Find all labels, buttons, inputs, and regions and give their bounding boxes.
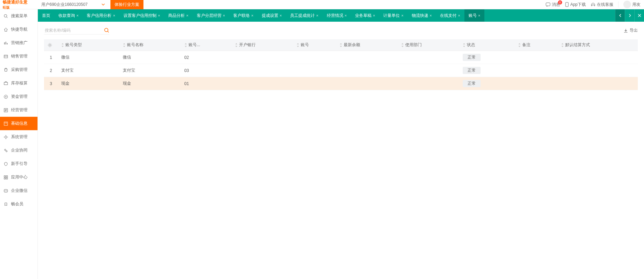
tab-14[interactable]: 账号× bbox=[464, 9, 484, 22]
close-icon[interactable]: × bbox=[316, 13, 318, 18]
sidebar-item-11[interactable]: 新手引导 bbox=[0, 157, 37, 170]
sidebar-item-10[interactable]: 企业协同 bbox=[0, 144, 37, 157]
sidebar-item-0[interactable]: 搜索菜单 bbox=[0, 9, 37, 23]
sidebar-item-3[interactable]: 销售管理 bbox=[0, 50, 37, 63]
tab-0[interactable]: 首页 bbox=[38, 9, 54, 22]
tab-label: 客户联络 bbox=[233, 13, 250, 19]
sort-icon[interactable] bbox=[561, 43, 564, 47]
status-badge: 正常 bbox=[463, 67, 481, 74]
cell-balance bbox=[336, 51, 398, 64]
search-icon[interactable] bbox=[104, 28, 109, 33]
sidebar-item-6[interactable]: 资金管理 bbox=[0, 90, 37, 103]
sidebar-item-8[interactable]: 基础信息 bbox=[0, 117, 37, 130]
tab-10[interactable]: 业务草稿× bbox=[351, 9, 379, 22]
sidebar-item-14[interactable]: 畅会员 bbox=[0, 197, 37, 211]
tab-7[interactable]: 提成设置× bbox=[258, 9, 286, 22]
tab-prev-button[interactable] bbox=[615, 9, 625, 22]
cell-bank bbox=[232, 51, 293, 64]
tab-close-all-button[interactable] bbox=[634, 9, 644, 22]
sort-icon[interactable] bbox=[235, 43, 238, 47]
col-header-8[interactable]: 备注 bbox=[515, 39, 558, 51]
close-icon[interactable]: × bbox=[76, 13, 78, 18]
tab-9[interactable]: 经营情况× bbox=[323, 9, 351, 22]
close-icon[interactable]: × bbox=[401, 13, 403, 18]
col-header-3[interactable]: 开户银行 bbox=[232, 39, 293, 51]
cell-settle bbox=[558, 77, 638, 90]
sidebar-item-2[interactable]: 营销推广 bbox=[0, 36, 37, 50]
sidebar-icon bbox=[3, 54, 8, 59]
sidebar-item-5[interactable]: 库存核算 bbox=[0, 76, 37, 90]
svg-rect-17 bbox=[4, 189, 8, 192]
tab-label: 商品分析 bbox=[168, 13, 185, 19]
export-label: 导出 bbox=[630, 28, 638, 33]
company-name: 用户690企业1660120507 bbox=[41, 2, 88, 8]
tab-next-button[interactable] bbox=[625, 9, 634, 22]
sidebar-item-13[interactable]: 企业微信 bbox=[0, 184, 37, 197]
cell-status: 正常 bbox=[459, 64, 515, 77]
col-header-6[interactable]: 使用部门 bbox=[398, 39, 459, 51]
col-header-7[interactable]: 状态 bbox=[459, 39, 515, 51]
col-header-5[interactable]: 最新余额 bbox=[336, 39, 398, 51]
sort-icon[interactable] bbox=[340, 43, 342, 47]
col-gear[interactable] bbox=[44, 39, 58, 51]
search-input[interactable] bbox=[44, 27, 104, 34]
tab-2[interactable]: 客户信用分析× bbox=[83, 9, 119, 22]
cell-name: 支付宝 bbox=[119, 64, 181, 77]
close-icon[interactable]: × bbox=[280, 13, 282, 18]
col-header-0[interactable]: 账号类型 bbox=[58, 39, 119, 51]
close-icon[interactable]: × bbox=[186, 13, 188, 18]
table-row[interactable]: 3现金现金01正常 bbox=[44, 77, 638, 90]
close-icon[interactable]: × bbox=[458, 13, 460, 18]
close-icon[interactable]: × bbox=[158, 13, 160, 18]
tab-5[interactable]: 客户分层经营× bbox=[193, 9, 229, 22]
col-header-9[interactable]: 默认结算方式 bbox=[558, 39, 638, 51]
close-icon[interactable]: × bbox=[373, 13, 375, 18]
close-icon[interactable]: × bbox=[345, 13, 347, 18]
sidebar-icon bbox=[3, 27, 8, 32]
tab-label: 客户信用分析 bbox=[87, 13, 111, 19]
sort-icon[interactable] bbox=[61, 43, 64, 47]
close-icon[interactable]: × bbox=[251, 13, 253, 18]
message-button[interactable]: 消息 0 bbox=[546, 2, 560, 8]
close-icon[interactable]: × bbox=[478, 13, 480, 18]
export-button[interactable]: 导出 bbox=[623, 28, 638, 33]
sort-icon[interactable] bbox=[518, 43, 521, 47]
col-label: 状态 bbox=[467, 42, 475, 47]
table-row[interactable]: 1微信微信02正常 bbox=[44, 51, 638, 64]
tab-8[interactable]: 员工提成统计× bbox=[286, 9, 322, 22]
tab-12[interactable]: 物流快递× bbox=[408, 9, 436, 22]
col-header-1[interactable]: 账号名称 bbox=[119, 39, 181, 51]
cell-code: 03 bbox=[181, 64, 232, 77]
close-icon[interactable]: × bbox=[430, 13, 432, 18]
close-icon[interactable]: × bbox=[223, 13, 225, 18]
tab-11[interactable]: 计量单位× bbox=[379, 9, 407, 22]
sort-icon[interactable] bbox=[184, 43, 187, 47]
col-header-4[interactable]: 账号 bbox=[293, 39, 336, 51]
sort-icon[interactable] bbox=[297, 43, 299, 47]
tab-6[interactable]: 客户联络× bbox=[229, 9, 257, 22]
user-menu[interactable]: 用友 bbox=[623, 1, 641, 8]
table-row[interactable]: 2支付宝支付宝03正常 bbox=[44, 64, 638, 77]
tab-4[interactable]: 商品分析× bbox=[164, 9, 192, 22]
sort-icon[interactable] bbox=[463, 43, 465, 47]
sidebar-item-label: 畅会员 bbox=[11, 201, 23, 207]
col-header-2[interactable]: 账号... bbox=[181, 39, 232, 51]
experience-button[interactable]: 体验行业方案 bbox=[110, 0, 143, 9]
sort-icon[interactable] bbox=[401, 43, 404, 47]
sidebar-item-1[interactable]: 快捷导航 bbox=[0, 23, 37, 36]
phone-icon bbox=[565, 2, 569, 7]
sidebar-item-7[interactable]: 经营管理 bbox=[0, 103, 37, 117]
company-dropdown[interactable]: 用户690企业1660120507 bbox=[38, 2, 108, 8]
close-icon[interactable]: × bbox=[113, 13, 115, 18]
sidebar-item-4[interactable]: 采购管理 bbox=[0, 63, 37, 76]
sidebar-item-label: 搜索菜单 bbox=[11, 13, 28, 19]
app-download-button[interactable]: App下载 bbox=[565, 2, 586, 8]
tab-1[interactable]: 收款查询× bbox=[54, 9, 83, 22]
tab-13[interactable]: 在线支付× bbox=[436, 9, 464, 22]
sort-icon[interactable] bbox=[123, 43, 126, 47]
sidebar-item-9[interactable]: 系统管理 bbox=[0, 130, 37, 144]
col-label: 默认结算方式 bbox=[565, 42, 590, 47]
sidebar-item-12[interactable]: 应用中心 bbox=[0, 170, 37, 184]
tab-3[interactable]: 设置客户信用控制× bbox=[119, 9, 164, 22]
online-service-button[interactable]: 在线客服 bbox=[591, 2, 613, 8]
